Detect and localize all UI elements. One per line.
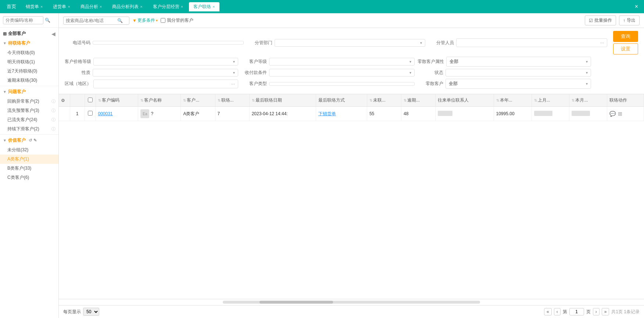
- nav-tab-sales-close[interactable]: ×: [40, 4, 43, 9]
- sidebar-group-problem[interactable]: ▼ 问题客户: [0, 87, 58, 97]
- nav-home[interactable]: 首页: [3, 2, 20, 11]
- nav-tab-customer-ops-close[interactable]: ×: [181, 4, 183, 9]
- th-unit-contact[interactable]: 往来单位联系人: [436, 94, 494, 107]
- input-payment[interactable]: ▾: [269, 69, 415, 77]
- refresh-icon[interactable]: ↺: [29, 138, 32, 143]
- nav-tab-sales[interactable]: 销货单 ×: [21, 2, 47, 11]
- settings-gear-icon: ⚙: [61, 98, 65, 103]
- chat-icon[interactable]: 💬: [609, 111, 616, 117]
- qrcode-icon[interactable]: ⊞: [618, 111, 622, 117]
- batch-op-icon: ☑: [589, 18, 593, 23]
- th-no-contact[interactable]: ⇅ 未联...: [367, 94, 401, 107]
- input-status[interactable]: ▾: [446, 69, 591, 77]
- th-name[interactable]: ⇅ 客户名称: [138, 94, 181, 107]
- row-checkbox[interactable]: [88, 111, 93, 116]
- nav-tab-customer-ops[interactable]: 客户分层经营 ×: [149, 2, 187, 11]
- input-region[interactable]: ···: [93, 80, 238, 88]
- th-last-date[interactable]: ⇅ 最后联络日期: [249, 94, 316, 107]
- th-overdue[interactable]: ⇅ 逾期...: [401, 94, 435, 107]
- batch-op-button[interactable]: ☑ 批量操作: [585, 15, 616, 25]
- sidebar-item-churned[interactable]: 已流失客户(24) ⓘ: [0, 115, 58, 124]
- export-button[interactable]: ↑ 导出: [619, 15, 640, 25]
- th-check[interactable]: [85, 94, 96, 107]
- customer-code-link[interactable]: 000031: [98, 111, 113, 116]
- sidebar-item-abnormal[interactable]: 回购异常客户(2) ⓘ: [0, 97, 58, 106]
- sidebar-group-pending[interactable]: ▼ 待联络客户: [0, 38, 58, 48]
- scrollbar-thumb[interactable]: [260, 301, 333, 304]
- page-size-select[interactable]: 50: [83, 308, 99, 316]
- last-way-link[interactable]: 下销货单: [318, 111, 336, 116]
- nav-tab-customer-contact[interactable]: 客户联络 ×: [189, 2, 219, 11]
- input-phone[interactable]: [93, 41, 244, 45]
- first-page-btn[interactable]: «: [544, 308, 552, 315]
- sidebar-item-churn-warning[interactable]: 流失预警客户(3) ⓘ: [0, 106, 58, 115]
- my-customer-checkbox[interactable]: 我分管的客户: [161, 17, 193, 24]
- settings-button[interactable]: 设置: [613, 43, 638, 54]
- more-filter-btn[interactable]: ▼ 更多条件 ▾: [132, 17, 158, 24]
- filter-search-icon[interactable]: 🔍: [117, 18, 123, 23]
- sidebar-item-c-class[interactable]: C类客户(6): [0, 173, 58, 182]
- label-region: 区域（地区）: [65, 81, 91, 87]
- sidebar-collapse-btn[interactable]: ◀: [51, 31, 56, 37]
- edit-icon[interactable]: ✎: [33, 138, 37, 143]
- prev-page-btn[interactable]: ‹: [554, 308, 561, 315]
- nav-tab-analysis-list[interactable]: 商品分析列表 ×: [108, 2, 147, 11]
- sidebar-item-7days[interactable]: 近7天待联络(0): [0, 67, 58, 76]
- th-this-year[interactable]: ⇅ 本年...: [494, 94, 532, 107]
- nav-tab-purchase-close[interactable]: ×: [68, 4, 70, 9]
- th-last-month[interactable]: ⇅ 上月...: [532, 94, 569, 107]
- sidebar-item-ungroup[interactable]: 未分组(32): [0, 145, 58, 155]
- input-nature[interactable]: ▾: [93, 69, 238, 77]
- input-customer-type[interactable]: [269, 82, 415, 86]
- nav-tab-customer-contact-close[interactable]: ×: [212, 4, 215, 9]
- input-dept[interactable]: ▾: [275, 39, 426, 47]
- sidebar-group-value[interactable]: ▼ 价值客户 ↺ ✎: [0, 135, 58, 145]
- sidebar-item-a-class[interactable]: A类客户(1): [0, 155, 58, 164]
- last-page-btn[interactable]: »: [602, 308, 609, 315]
- my-customer-check[interactable]: [161, 18, 165, 23]
- sidebar-item-overdue[interactable]: 逾期未联络(30): [0, 76, 58, 85]
- row-num-cell: 1: [70, 107, 85, 121]
- horizontal-scrollbar[interactable]: [59, 299, 644, 305]
- th-this-month[interactable]: ⇅ 本月...: [569, 94, 607, 107]
- th-level[interactable]: ⇅ 客户...: [181, 94, 215, 107]
- arrow-icon-3: ▼: [3, 138, 7, 142]
- th-settings[interactable]: ⚙: [59, 94, 70, 107]
- sidebar-item-today[interactable]: 今天待联络(0): [0, 48, 58, 57]
- retail-attr-dropdown-icon: ▾: [586, 60, 588, 64]
- close-window-button[interactable]: ×: [632, 3, 641, 10]
- nav-tab-analysis-list-close[interactable]: ×: [140, 4, 142, 9]
- field-status: 状态 ▾: [418, 69, 591, 77]
- sort-icon-6: ⇅: [369, 98, 372, 102]
- filter-search-input[interactable]: [66, 18, 117, 23]
- row-last-way-cell[interactable]: 下销货单: [316, 107, 367, 121]
- next-page-btn[interactable]: ›: [593, 308, 600, 315]
- sidebar-search-input[interactable]: [3, 16, 43, 24]
- field-nature: 性质 ▾: [65, 69, 238, 77]
- sidebar-item-declining[interactable]: 持续下滑客户(2) ⓘ: [0, 124, 58, 134]
- input-manager[interactable]: ···: [456, 38, 607, 47]
- sidebar-search-icon[interactable]: 🔍: [45, 18, 50, 23]
- row-check-cell[interactable]: [85, 107, 96, 121]
- sidebar-item-b-class[interactable]: B类客户(33): [0, 164, 58, 173]
- input-customer-grade[interactable]: ▾: [269, 58, 415, 66]
- input-price-grade[interactable]: ▾: [93, 58, 238, 66]
- row-code-cell[interactable]: 000031: [96, 107, 138, 121]
- label-nature: 性质: [65, 70, 90, 76]
- nav-tab-analysis[interactable]: 商品分析 ×: [76, 2, 106, 11]
- select-all-checkbox[interactable]: [88, 98, 93, 102]
- sidebar-item-tomorrow[interactable]: 明天待联络(1): [0, 57, 58, 67]
- sidebar-all-customers[interactable]: ⊞ 全部客户: [3, 31, 26, 37]
- input-retail-customer[interactable]: 全部 ▾: [446, 79, 591, 89]
- query-button[interactable]: 查询: [613, 31, 638, 42]
- customer-avatar: Ea: [140, 109, 149, 118]
- th-contact[interactable]: ⇅ 联络...: [215, 94, 249, 107]
- nature-dropdown-icon: ▾: [233, 71, 235, 75]
- th-last-way[interactable]: 最后联络方式: [316, 94, 367, 107]
- input-retail-attr[interactable]: 全部 ▾: [446, 57, 591, 67]
- scrollbar-track[interactable]: [223, 301, 480, 304]
- nav-tab-purchase[interactable]: 进货单 ×: [49, 2, 74, 11]
- page-number-input[interactable]: [569, 308, 584, 315]
- nav-tab-analysis-close[interactable]: ×: [100, 4, 102, 9]
- th-code[interactable]: ⇅ 客户编码: [96, 94, 138, 107]
